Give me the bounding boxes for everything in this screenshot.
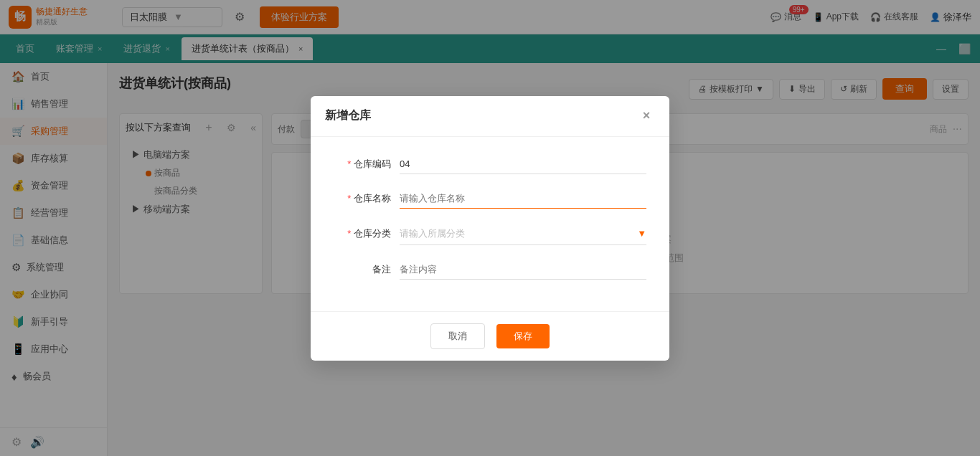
modal-footer: 取消 保存 <box>311 311 669 361</box>
remark-input[interactable] <box>400 260 646 280</box>
add-warehouse-modal: 新增仓库 × 仓库编码 仓库名称 仓库分类 请输入所属分类 ▼ <box>311 96 669 361</box>
form-row-code: 仓库编码 <box>334 154 646 174</box>
form-row-category: 仓库分类 请输入所属分类 ▼ <box>334 223 646 245</box>
save-button[interactable]: 保存 <box>496 324 550 348</box>
name-label: 仓库名称 <box>334 192 391 205</box>
category-select[interactable]: 请输入所属分类 ▼ <box>400 223 646 245</box>
code-label: 仓库编码 <box>334 158 391 171</box>
category-placeholder: 请输入所属分类 <box>400 227 465 240</box>
form-row-name: 仓库名称 <box>334 189 646 209</box>
form-row-remark: 备注 <box>334 260 646 280</box>
modal-header: 新增仓库 × <box>311 96 669 137</box>
modal-close-btn[interactable]: × <box>638 108 655 125</box>
category-dropdown-icon: ▼ <box>637 228 646 239</box>
cancel-button[interactable]: 取消 <box>430 323 485 349</box>
category-label: 仓库分类 <box>334 227 391 240</box>
remark-label: 备注 <box>334 263 391 276</box>
modal-body: 仓库编码 仓库名称 仓库分类 请输入所属分类 ▼ 备注 <box>311 137 669 311</box>
name-input[interactable] <box>400 189 646 209</box>
modal-overlay[interactable]: 新增仓库 × 仓库编码 仓库名称 仓库分类 请输入所属分类 ▼ <box>0 0 980 456</box>
code-input[interactable] <box>400 154 646 174</box>
modal-title: 新增仓库 <box>325 108 371 123</box>
